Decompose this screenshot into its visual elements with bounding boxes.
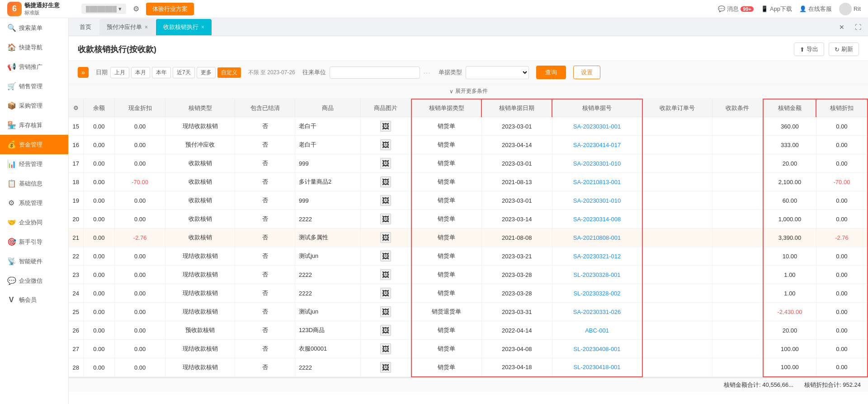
td-verify-doc-no[interactable]: SA-20230321-012: [552, 247, 642, 266]
th-verify-amount: 核销金额: [763, 99, 816, 117]
td-verify-discount: 0.00: [816, 117, 868, 136]
search-icon: 🔍: [7, 24, 15, 32]
partner-input[interactable]: [330, 67, 420, 79]
period-this-month[interactable]: 本月: [131, 67, 150, 78]
header-actions: ⬆ 导出 ↻ 刷新: [794, 43, 859, 56]
tab-prepaid[interactable]: 预付冲应付单 ×: [99, 19, 155, 35]
sidebar-item-wechat[interactable]: 💬 企业微信: [0, 271, 68, 290]
td-receipt-order-no: [642, 154, 712, 173]
company-selector[interactable]: ████████ ▾: [81, 4, 126, 14]
td-verify-doc-type: 销货单: [411, 191, 482, 210]
th-settings[interactable]: ⚙: [69, 99, 83, 117]
sidebar-item-beginner[interactable]: 🎯 新手引导: [0, 232, 68, 252]
td-verify-doc-no[interactable]: SL-20230328-002: [552, 284, 642, 303]
td-verify-doc-date: 2023-03-28: [481, 284, 552, 303]
td-include-settled: 否: [235, 173, 295, 191]
doc-type-select[interactable]: [466, 66, 529, 79]
td-verify-discount: 0.00: [816, 210, 868, 228]
user-menu[interactable]: Rit: [839, 3, 861, 15]
tab-collection-verify[interactable]: 收款核销执行 ×: [156, 19, 212, 35]
td-verify-doc-date: 2022-04-14: [481, 321, 552, 340]
td-verify-doc-no[interactable]: SA-20230301-010: [552, 191, 642, 210]
td-verify-doc-no[interactable]: SA-20210808-001: [552, 228, 642, 247]
td-verify-doc-date: 2023-03-01: [481, 191, 552, 210]
td-verify-doc-no[interactable]: ABC-001: [552, 321, 642, 340]
td-verify-type: 收款核销: [165, 210, 235, 228]
gear-button[interactable]: ⚙: [130, 3, 142, 15]
period-this-year[interactable]: 本年: [152, 67, 171, 78]
export-button[interactable]: ⬆ 导出: [794, 43, 824, 56]
sidebar-item-marketing[interactable]: 📢 营销推广: [0, 57, 68, 76]
td-verify-doc-no[interactable]: SA-20230331-026: [552, 303, 642, 321]
trial-button[interactable]: 体验行业方案: [146, 3, 194, 15]
maximize-window-button[interactable]: ⛶: [852, 21, 864, 33]
sidebar-item-cooperation[interactable]: 🤝 企业协同: [0, 213, 68, 232]
smarthw-icon: 📡: [7, 257, 15, 266]
sidebar-item-search[interactable]: 🔍 搜索菜单: [0, 18, 68, 38]
td-receipt-condition: [712, 358, 763, 377]
td-row-no: 26: [69, 321, 83, 340]
th-include-settled: 包含已结清: [235, 99, 295, 117]
table-footer: 核销金额合计: 40,556,66... 核销折扣合计: 952.24: [69, 377, 868, 392]
td-cash-discount: 0.00: [115, 358, 165, 377]
tab-bar: 首页 预付冲应付单 × 收款核销执行 × ✕ ⛶: [69, 18, 868, 36]
period-custom[interactable]: 自定义: [217, 67, 241, 78]
refresh-button[interactable]: ↻ 刷新: [829, 43, 859, 56]
tab-prepaid-close[interactable]: ×: [145, 24, 148, 30]
message-button[interactable]: 💬 消息 99+: [718, 5, 754, 13]
td-verify-type: 收款核销: [165, 228, 235, 247]
td-verify-doc-type: 销货单: [411, 136, 482, 154]
period-7days[interactable]: 近7天: [173, 67, 195, 78]
table-row: 170.000.00收款核销否999🖼销货单2023-03-01SA-20230…: [69, 154, 868, 173]
period-last-month[interactable]: 上月: [110, 67, 129, 78]
td-verify-doc-date: 2023-04-18: [481, 358, 552, 377]
tab-collection-verify-close[interactable]: ×: [201, 24, 204, 30]
filter-expand-button[interactable]: »: [78, 67, 89, 78]
td-product-image: 🖼: [360, 284, 411, 303]
sidebar-item-sales[interactable]: 🛒 销售管理: [0, 76, 68, 96]
td-verify-doc-no[interactable]: SA-20230314-008: [552, 210, 642, 228]
app-download-button[interactable]: 📱 App下载: [761, 5, 792, 13]
baseinfo-icon: 📋: [7, 179, 15, 188]
td-product: 2222: [295, 358, 360, 377]
sidebar-item-member[interactable]: V 畅会员: [0, 290, 68, 309]
td-verify-doc-date: 2023-03-28: [481, 266, 552, 284]
online-service-button[interactable]: 👤 在线客服: [799, 5, 832, 13]
sidebar-item-inventory[interactable]: 🏪 库存核算: [0, 115, 68, 135]
message-label: 消息: [727, 5, 739, 13]
query-button[interactable]: 查询: [536, 66, 566, 79]
sidebar-item-operations[interactable]: 📊 经营管理: [0, 154, 68, 174]
td-verify-amount: 100.00: [763, 340, 816, 358]
td-receipt-order-no: [642, 321, 712, 340]
td-balance: 0.00: [83, 266, 115, 284]
date-range-display: 不限 至 2023-07-26: [248, 69, 295, 76]
td-product-image: 🖼: [360, 321, 411, 340]
sidebar-item-smarthw[interactable]: 📡 智能硬件: [0, 252, 68, 271]
td-verify-doc-no[interactable]: SL-20230328-001: [552, 266, 642, 284]
td-verify-doc-no[interactable]: SL-20230418-001: [552, 358, 642, 377]
td-row-no: 20: [69, 210, 83, 228]
sidebar-item-finance[interactable]: 💰 资金管理: [0, 135, 68, 154]
setting-button[interactable]: 设置: [573, 66, 600, 79]
finance-icon: 💰: [7, 140, 15, 149]
td-verify-doc-no[interactable]: SA-20230301-010: [552, 154, 642, 173]
sidebar-item-baseinfo[interactable]: 📋 基础信息: [0, 174, 68, 193]
td-include-settled: 否: [235, 154, 295, 173]
td-product: 2222: [295, 266, 360, 284]
expand-more-button[interactable]: ∨ 展开更多条件: [445, 86, 492, 96]
td-verify-doc-no[interactable]: SL-20230408-001: [552, 340, 642, 358]
sidebar-label-smarthw: 智能硬件: [19, 257, 42, 266]
period-more[interactable]: 更多: [197, 67, 216, 78]
td-verify-doc-no[interactable]: SA-20210813-001: [552, 173, 642, 191]
wechat-icon: 💬: [7, 276, 15, 285]
tab-home[interactable]: 首页: [72, 19, 99, 35]
td-cash-discount: 0.00: [115, 340, 165, 358]
close-window-button[interactable]: ✕: [835, 21, 848, 33]
table-row: 160.000.00预付冲应收否老白干🖼销货单2023-04-14SA-2023…: [69, 136, 868, 154]
td-verify-doc-no[interactable]: SA-20230301-001: [552, 117, 642, 136]
sidebar-item-quicknav[interactable]: 🏠 快捷导航: [0, 38, 68, 57]
td-cash-discount: -70.00: [115, 173, 165, 191]
sidebar-item-system[interactable]: ⚙ 系统管理: [0, 193, 68, 213]
sidebar-item-purchase[interactable]: 📦 采购管理: [0, 96, 68, 115]
td-verify-doc-no[interactable]: SA-20230414-017: [552, 136, 642, 154]
